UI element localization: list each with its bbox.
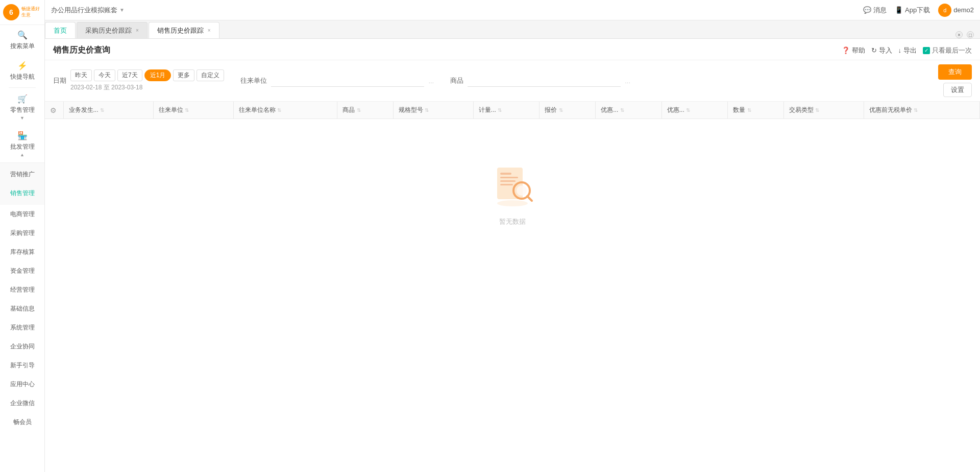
sidebar-item-enterprise[interactable]: 企业协同 xyxy=(0,337,44,356)
app-download-label: App下载 xyxy=(905,6,930,15)
date-btn-7days[interactable]: 近7天 xyxy=(117,69,142,81)
sidebar-item-ecommerce[interactable]: 电商管理 xyxy=(0,205,44,224)
sidebar-item-label: 快捷导航 xyxy=(10,73,35,81)
date-btn-1month[interactable]: 近1月 xyxy=(144,69,172,81)
sidebar-item-label: 系统管理 xyxy=(10,323,35,332)
sidebar-item-search[interactable]: 🔍 搜索菜单 xyxy=(0,25,44,56)
svg-rect-4 xyxy=(500,180,516,182)
sort-icon: ⇅ xyxy=(747,107,751,113)
chevron-up-icon: ▲ xyxy=(20,152,24,157)
dropdown-chevron-icon: ▼ xyxy=(119,7,125,13)
help-button[interactable]: ❓ 帮助 xyxy=(842,46,865,55)
shortcuts-icon: ⚡ xyxy=(17,61,28,70)
sidebar-item-operations[interactable]: 经营管理 xyxy=(0,280,44,299)
date-filter-label: 日期 xyxy=(53,76,66,85)
filter-row-1: 日期 昨天 今天 近7天 近1月 更多 自定义 2023-02-18 至 202… xyxy=(53,64,972,97)
page-title: 销售历史价查询 xyxy=(53,45,110,56)
import-label: 导入 xyxy=(879,46,892,55)
goods-filter-label: 商品 xyxy=(450,76,463,85)
table-col-trade-type[interactable]: 交易类型 ⇅ xyxy=(784,102,864,119)
date-btn-today[interactable]: 今天 xyxy=(94,69,115,81)
export-button[interactable]: ↓ 导出 xyxy=(898,46,917,55)
goods-picker-icon[interactable]: ... xyxy=(625,77,630,85)
sidebar-item-retail[interactable]: 🛒 零售管理 ▼ xyxy=(0,89,44,126)
filter-section: 日期 昨天 今天 近7天 近1月 更多 自定义 2023-02-18 至 202… xyxy=(45,60,980,102)
sidebar-item-label: 畅会员 xyxy=(13,418,32,427)
partner-filter-label: 往来单位 xyxy=(240,76,267,85)
sidebar-item-inventory[interactable]: 库存核算 xyxy=(0,243,44,262)
table-col-quantity[interactable]: 数量 ⇅ xyxy=(728,102,784,119)
retail-icon: 🛒 xyxy=(17,94,28,104)
show-last-only-checkbox[interactable]: ✓ 只看最后一次 xyxy=(923,46,972,55)
date-btn-more[interactable]: 更多 xyxy=(173,69,194,81)
app-download-button[interactable]: 📱 App下载 xyxy=(895,6,930,15)
date-btn-yesterday[interactable]: 昨天 xyxy=(70,69,92,81)
sidebar-item-sales[interactable]: 销售管理 xyxy=(0,184,44,203)
sidebar-item-appstore[interactable]: 应用中心 xyxy=(0,375,44,394)
window-close-button[interactable]: × xyxy=(955,31,963,38)
sort-icon: ⇅ xyxy=(914,107,918,113)
tab-purchase-history[interactable]: 采购历史价跟踪 × xyxy=(77,22,148,38)
table-container: ⚙ 业务发生... ⇅ 往来单位 ⇅ 往来单位名称 ⇅ xyxy=(45,102,980,267)
sidebar-item-basic-info[interactable]: 基础信息 xyxy=(0,299,44,318)
close-sales-tab-button[interactable]: × xyxy=(208,28,211,33)
data-table: ⚙ 业务发生... ⇅ 往来单位 ⇅ 往来单位名称 ⇅ xyxy=(45,102,980,119)
empty-state-icon xyxy=(487,160,538,211)
table-settings-icon[interactable]: ⚙ xyxy=(50,106,57,114)
table-col-quoted-price[interactable]: 报价 ⇅ xyxy=(540,102,596,119)
close-purchase-tab-button[interactable]: × xyxy=(136,28,139,33)
sidebar-item-label: 经营管理 xyxy=(10,286,35,294)
svg-rect-5 xyxy=(500,184,513,185)
tab-sales-history[interactable]: 销售历史价跟踪 × xyxy=(149,22,219,38)
table-col-spec[interactable]: 规格型号 ⇅ xyxy=(394,102,474,119)
page-header: 销售历史价查询 ❓ 帮助 ↻ 导入 ↓ 导出 ✓ 只看最后一次 xyxy=(45,39,980,60)
sidebar-item-wechat[interactable]: 企业微信 xyxy=(0,394,44,413)
window-maximize-button[interactable]: □ xyxy=(967,31,974,38)
chevron-down-icon: ▼ xyxy=(20,115,24,121)
import-icon: ↻ xyxy=(871,46,877,54)
partner-picker-icon[interactable]: ... xyxy=(428,77,434,85)
sidebar-item-wholesale[interactable]: 🏪 批发管理 ▲ xyxy=(0,126,44,162)
sidebar-item-system[interactable]: 系统管理 xyxy=(0,318,44,337)
sidebar-item-label: 搜索菜单 xyxy=(10,42,35,51)
table-col-discount2[interactable]: 优惠... ⇅ xyxy=(662,102,727,119)
table-col-settings[interactable]: ⚙ xyxy=(45,102,63,119)
sidebar-item-shortcuts[interactable]: ⚡ 快捷导航 xyxy=(0,56,44,86)
partner-filter-input[interactable] xyxy=(271,75,424,87)
message-icon: 💬 xyxy=(863,6,871,14)
sidebar-item-purchase[interactable]: 采购管理 xyxy=(0,224,44,243)
sidebar-item-marketing[interactable]: 营销推广 xyxy=(0,165,44,184)
table-col-partner-code[interactable]: 往来单位 ⇅ xyxy=(153,102,233,119)
query-button[interactable]: 查询 xyxy=(938,64,972,80)
settings-button[interactable]: 设置 xyxy=(943,83,972,97)
table-col-goods[interactable]: 商品 ⇅ xyxy=(337,102,394,119)
sidebar-item-finance[interactable]: 资金管理 xyxy=(0,262,44,280)
table-col-biz-date[interactable]: 业务发生... ⇅ xyxy=(63,102,153,119)
goods-filter-input[interactable] xyxy=(468,75,621,87)
import-button[interactable]: ↻ 导入 xyxy=(871,46,892,55)
table-col-unit[interactable]: 计量... ⇅ xyxy=(473,102,539,119)
sidebar-item-label: 电商管理 xyxy=(10,210,35,219)
sidebar-item-label: 应用中心 xyxy=(10,380,35,389)
filter-actions: 查询 设置 xyxy=(938,64,972,97)
download-icon: 📱 xyxy=(895,6,903,14)
export-label: 导出 xyxy=(903,46,917,55)
app-selector[interactable]: 办公用品行业模拟账套 ▼ xyxy=(51,6,125,15)
sidebar-item-newuser[interactable]: 新手引导 xyxy=(0,356,44,375)
top-header: 办公用品行业模拟账套 ▼ 💬 消息 📱 App下载 d demo2 xyxy=(45,0,980,20)
user-profile-button[interactable]: d demo2 xyxy=(938,4,974,17)
sort-icon: ⇅ xyxy=(815,107,819,113)
message-label: 消息 xyxy=(873,6,887,15)
date-btn-custom[interactable]: 自定义 xyxy=(197,69,224,81)
sidebar-item-member[interactable]: 畅会员 xyxy=(0,413,44,432)
sidebar-item-label: 企业微信 xyxy=(10,399,35,408)
tab-home[interactable]: 首页 xyxy=(45,22,76,38)
message-button[interactable]: 💬 消息 xyxy=(863,6,887,15)
table-col-discount1[interactable]: 优惠... ⇅ xyxy=(596,102,662,119)
tab-bar: 首页 采购历史价跟踪 × 销售历史价跟踪 × × □ xyxy=(45,20,980,39)
main-area: 办公用品行业模拟账套 ▼ 💬 消息 📱 App下载 d demo2 首页 xyxy=(45,0,980,472)
table-col-pretax-price[interactable]: 优惠前无税单价 ⇅ xyxy=(864,102,979,119)
sidebar-item-label: 零售管理 xyxy=(10,106,35,114)
svg-point-0 xyxy=(497,200,528,206)
table-col-partner-name[interactable]: 往来单位名称 ⇅ xyxy=(233,102,337,119)
